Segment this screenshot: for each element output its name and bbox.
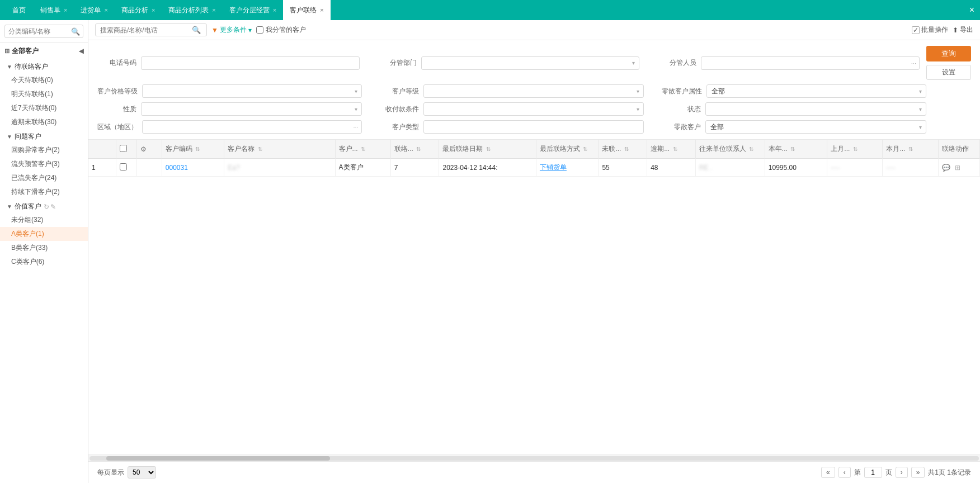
nav-sales-close[interactable]: × — [64, 7, 67, 13]
filter-action-btns: 查询 设置 — [926, 46, 971, 80]
data-table: ⚙ 客户编码 ⇅ 客户名称 ⇅ 客户... ⇅ — [88, 140, 980, 177]
sidebar-item-a-class[interactable]: A类客户(1) — [0, 227, 88, 241]
sidebar-section-problem[interactable]: ▼ 问题客户 — [0, 129, 88, 143]
export-btn[interactable]: ⬆ 导出 — [953, 25, 973, 35]
link-icon[interactable]: ⊞ — [955, 164, 960, 172]
filter-status-wrap: ▾ — [705, 102, 926, 116]
nav-customer-segment-close[interactable]: × — [273, 7, 276, 13]
overdue-sort-icon[interactable]: ⇅ — [673, 146, 677, 152]
nav-customer-segment[interactable]: 客户分层经营 × — [223, 0, 283, 20]
customer-name-blurred: Ea? — [228, 164, 239, 172]
nav-product-list-close[interactable]: × — [212, 7, 215, 13]
nav-customer-contact-close[interactable]: × — [320, 7, 323, 13]
contact-sort-icon[interactable]: ⇅ — [416, 146, 421, 152]
query-btn[interactable]: 查询 — [926, 46, 971, 61]
sidebar-item-c-class[interactable]: C类客户(6) — [0, 255, 88, 269]
method-sort-icon[interactable]: ⇅ — [583, 146, 587, 152]
filter-payment: 收付款条件 ▾ — [380, 102, 644, 116]
td-last-contact-method: 下销货单 — [536, 159, 599, 177]
batch-op-btn[interactable]: ✓ 批量操作 — [912, 25, 948, 35]
thismonth-sort-icon[interactable]: ⇅ — [908, 146, 913, 152]
sidebar-search-icon[interactable]: 🔍 — [71, 27, 80, 36]
td-name: Ea? — [224, 159, 335, 177]
td-code[interactable]: 000031 — [162, 159, 224, 177]
contact-method-link[interactable]: 下销货单 — [540, 163, 567, 171]
nav-product-analysis[interactable]: 商品分析 × — [115, 0, 162, 20]
main-search-input[interactable] — [100, 26, 190, 34]
filter-customer-type-input[interactable] — [423, 120, 644, 134]
filter-status-select[interactable] — [705, 102, 926, 116]
filter-area-input[interactable] — [142, 120, 362, 134]
nav-customer-contact[interactable]: 客户联络 × — [283, 0, 330, 20]
value-customers-edit[interactable]: ✎ — [50, 203, 56, 211]
last-page-btn[interactable]: » — [911, 467, 925, 478]
sidebar-collapse-icon[interactable]: ◀ — [79, 48, 83, 55]
filter-area: 区域（地区） ··· — [97, 120, 362, 134]
prev-page-btn[interactable]: ‹ — [838, 467, 851, 478]
filter-phone-input[interactable] — [141, 56, 360, 70]
sidebar-all-customers-header[interactable]: ⊞ 全部客户 ◀ — [0, 43, 88, 59]
first-page-btn[interactable]: « — [821, 467, 835, 478]
sidebar-item-overdue-pending[interactable]: 逾期未联络(30) — [0, 115, 88, 129]
code-sort-icon[interactable]: ⇅ — [195, 146, 200, 152]
filter-nature-select[interactable] — [141, 102, 362, 116]
td-company-contact: RE . — [695, 159, 765, 177]
name-sort-icon[interactable]: ⇅ — [258, 146, 262, 152]
sidebar-item-churn-warning[interactable]: 流失预警客户(3) — [0, 157, 88, 171]
sidebar-item-unclassified[interactable]: 未分组(32) — [0, 213, 88, 227]
filter-retail-attr-select[interactable] — [706, 84, 926, 98]
td-action: 💬 ⊞ — [938, 159, 979, 177]
nav-purchase[interactable]: 进货单 × — [74, 0, 114, 20]
current-page-input[interactable] — [864, 467, 882, 478]
filter-retail-customer-select[interactable] — [705, 120, 926, 134]
row-checkbox[interactable] — [120, 163, 127, 171]
sidebar-item-tomorrow-pending[interactable]: 明天待联络(1) — [0, 87, 88, 101]
filter-dept: 分管部门 ▾ — [378, 56, 640, 70]
batch-op-label: 批量操作 — [921, 25, 948, 35]
per-page-select[interactable]: 50 100 — [128, 466, 156, 479]
company-sort-icon[interactable]: ⇅ — [749, 146, 753, 152]
my-customers-checkbox-label[interactable]: 我分管的客户 — [256, 25, 306, 35]
type-sort-icon[interactable]: ⇅ — [361, 146, 365, 152]
nav-purchase-close[interactable]: × — [104, 7, 107, 13]
sidebar-section-value[interactable]: ▼ 价值客户 ↻ ✎ — [0, 199, 88, 213]
sidebar-item-b-class[interactable]: B类客户(33) — [0, 241, 88, 255]
main-search-icon[interactable]: 🔍 — [192, 26, 201, 34]
setting-btn[interactable]: 设置 — [926, 65, 971, 80]
message-icon[interactable]: 💬 — [942, 164, 950, 172]
uncontact-sort-icon[interactable]: ⇅ — [624, 146, 629, 152]
next-page-btn[interactable]: › — [896, 467, 908, 478]
filter-retail-customer: 零散客户 ▾ — [662, 120, 926, 134]
filter-area-label: 区域（地区） — [97, 122, 138, 132]
filter-dept-select[interactable] — [421, 56, 640, 70]
year-sort-icon[interactable]: ⇅ — [790, 146, 795, 152]
nav-sales-label: 销售单 — [40, 6, 60, 15]
nav-home-label: 首页 — [12, 6, 26, 15]
horizontal-scrollbar[interactable] — [88, 454, 980, 461]
close-all-tabs[interactable]: × — [969, 5, 974, 15]
filter-payment-select[interactable] — [423, 102, 644, 116]
sidebar-item-today-pending[interactable]: 今天待联络(0) — [0, 73, 88, 87]
nav-home[interactable]: 首页 — [4, 0, 34, 20]
more-filters-btn[interactable]: ▼ 更多条件 ▾ — [211, 25, 252, 35]
filter-person-input[interactable] — [701, 56, 920, 70]
my-customers-checkbox[interactable] — [256, 26, 263, 34]
sidebar-section-pending[interactable]: ▼ 待联络客户 — [0, 59, 88, 73]
date-sort-icon[interactable]: ⇅ — [486, 146, 491, 152]
select-all-checkbox[interactable] — [120, 145, 127, 152]
scroll-thumb[interactable] — [106, 456, 330, 461]
sidebar-item-repurchase-abnormal[interactable]: 回购异常客户(2) — [0, 143, 88, 157]
sidebar-item-churned[interactable]: 已流失客户(24) — [0, 171, 88, 185]
value-customers-refresh[interactable]: ↻ — [44, 203, 49, 211]
filter-price-level-select[interactable] — [142, 84, 362, 98]
sidebar-item-7day-pending[interactable]: 近7天待联络(0) — [0, 101, 88, 115]
nav-product-analysis-label: 商品分析 — [121, 6, 148, 15]
table-settings-icon[interactable]: ⚙ — [140, 145, 147, 153]
lastmonth-sort-icon[interactable]: ⇅ — [853, 146, 858, 152]
filter-customer-level-select[interactable] — [423, 84, 644, 98]
sidebar-item-declining[interactable]: 持续下滑客户(2) — [0, 185, 88, 199]
pagination: 每页显示 50 100 « ‹ 第 页 › » 共1页 1条记录 — [88, 461, 980, 483]
nav-product-list[interactable]: 商品分析列表 × — [162, 0, 222, 20]
nav-sales[interactable]: 销售单 × — [34, 0, 74, 20]
nav-product-analysis-close[interactable]: × — [152, 7, 155, 13]
